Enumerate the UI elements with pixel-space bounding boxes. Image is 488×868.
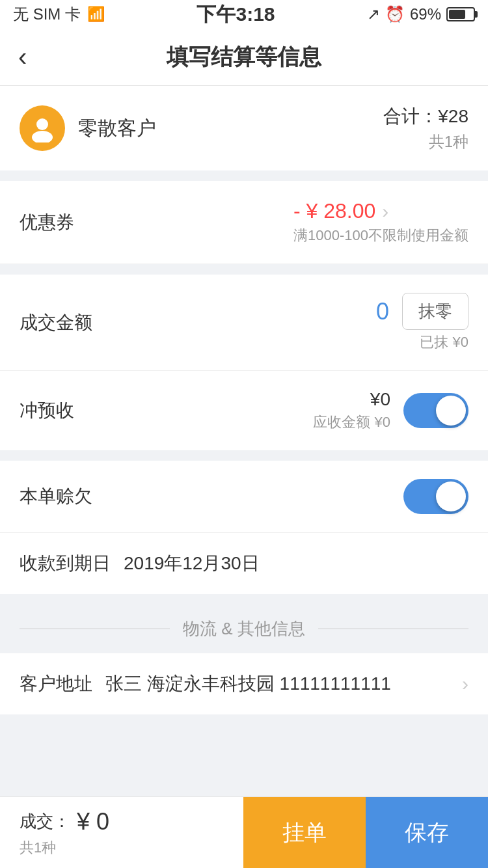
bottom-bar: 成交： ¥ 0 共1种 挂单 保存	[0, 796, 488, 868]
address-chevron-icon: ›	[462, 673, 468, 695]
credit-section: 本单赊欠 收款到期日 2019年12月30日	[0, 461, 488, 594]
address-value: 张三 海淀永丰科技园 11111111111	[105, 671, 449, 696]
customer-name: 零散客户	[78, 115, 156, 142]
bottom-deal-amount: ¥ 0	[77, 808, 109, 835]
logistics-divider: 物流 & 其他信息	[0, 604, 488, 653]
coupon-section: 优惠券 - ¥ 28.00 › 满1000-100不限制使用金额	[0, 181, 488, 264]
address-label: 客户地址	[20, 671, 92, 696]
credit-toggle[interactable]	[403, 479, 468, 514]
customer-left: 零散客户	[20, 105, 156, 151]
divider-line-left	[20, 629, 170, 629]
due-date-value: 2019年12月30日	[124, 551, 260, 576]
transaction-value: 0	[376, 298, 389, 325]
bottom-deal-row: 成交： ¥ 0	[20, 808, 224, 835]
transaction-right: 0 抹零 已抹 ¥0	[376, 293, 468, 352]
coupon-sub: 满1000-100不限制使用金额	[293, 226, 468, 245]
battery-fill	[449, 10, 465, 19]
avatar-icon	[28, 114, 57, 142]
prepayment-right: ¥0 应收金额 ¥0	[313, 389, 468, 432]
back-button[interactable]: ‹	[18, 42, 27, 72]
amount-right: 0 抹零	[376, 293, 468, 330]
carrier-text: 无 SIM 卡	[13, 4, 81, 25]
coupon-value-row: - ¥ 28.00 ›	[293, 199, 468, 223]
svg-point-0	[36, 118, 48, 130]
due-date-row: 收款到期日 2019年12月30日	[0, 532, 488, 594]
status-left: 无 SIM 卡 📶	[13, 4, 105, 25]
customer-row: 零散客户 合计：¥28 共1种	[0, 86, 488, 170]
bottom-count: 共1种	[20, 838, 224, 858]
prepayment-row: 冲预收 ¥0 应收金额 ¥0	[0, 371, 488, 450]
coupon-row[interactable]: 优惠券 - ¥ 28.00 › 满1000-100不限制使用金额	[0, 181, 488, 264]
customer-count: 共1种	[383, 131, 468, 152]
credit-toggle-knob	[436, 481, 466, 511]
transaction-section: 成交金额 0 抹零 已抹 ¥0 冲预收 ¥0 应收金额 ¥0	[0, 275, 488, 450]
prepayment-label: 冲预收	[20, 398, 74, 423]
content-area: 零散客户 合计：¥28 共1种 优惠券 - ¥ 28.00 › 满1000-10…	[0, 86, 488, 793]
toggle-knob	[436, 396, 466, 426]
logistics-text: 物流 & 其他信息	[183, 617, 305, 640]
page-title: 填写结算等信息	[167, 42, 321, 72]
status-time: 下午3:18	[197, 1, 275, 28]
battery-percent: 69%	[410, 5, 441, 23]
wifi-icon: 📶	[87, 6, 105, 23]
transaction-sub: 已抹 ¥0	[376, 332, 468, 352]
prepayment-sub: 应收金额 ¥0	[313, 413, 390, 432]
svg-point-1	[32, 131, 53, 142]
customer-avatar	[20, 105, 65, 151]
alarm-icon: ⏰	[385, 5, 405, 23]
address-row[interactable]: 客户地址 张三 海淀永丰科技园 11111111111 ›	[0, 653, 488, 714]
credit-label: 本单赊欠	[20, 484, 92, 509]
coupon-value: - ¥ 28.00	[293, 199, 375, 223]
hang-order-button[interactable]: 挂单	[243, 797, 366, 869]
transaction-label: 成交金额	[20, 310, 92, 335]
divider-line-right	[318, 629, 468, 629]
bottom-deal-label: 成交：	[20, 810, 70, 833]
credit-row: 本单赊欠	[0, 461, 488, 532]
nav-bar: ‹ 填写结算等信息	[0, 29, 488, 86]
prepayment-amount: ¥0 应收金额 ¥0	[313, 389, 390, 432]
customer-right: 合计：¥28 共1种	[383, 104, 468, 152]
coupon-chevron-icon: ›	[382, 200, 388, 223]
battery-icon	[446, 7, 475, 21]
save-button[interactable]: 保存	[366, 797, 488, 869]
transaction-row: 成交金额 0 抹零 已抹 ¥0	[0, 275, 488, 371]
customer-total: 合计：¥28	[383, 104, 468, 129]
round-button[interactable]: 抹零	[402, 293, 468, 330]
bottom-summary: 成交： ¥ 0 共1种	[0, 808, 243, 858]
status-right: ↗ ⏰ 69%	[367, 5, 475, 23]
status-bar: 无 SIM 卡 📶 下午3:18 ↗ ⏰ 69%	[0, 0, 488, 29]
coupon-right: - ¥ 28.00 › 满1000-100不限制使用金额	[293, 199, 468, 245]
due-date-label: 收款到期日	[20, 551, 111, 576]
prepayment-toggle[interactable]	[403, 393, 468, 428]
location-icon: ↗	[367, 5, 380, 23]
coupon-label: 优惠券	[20, 210, 74, 235]
prepayment-value: ¥0	[313, 389, 390, 410]
